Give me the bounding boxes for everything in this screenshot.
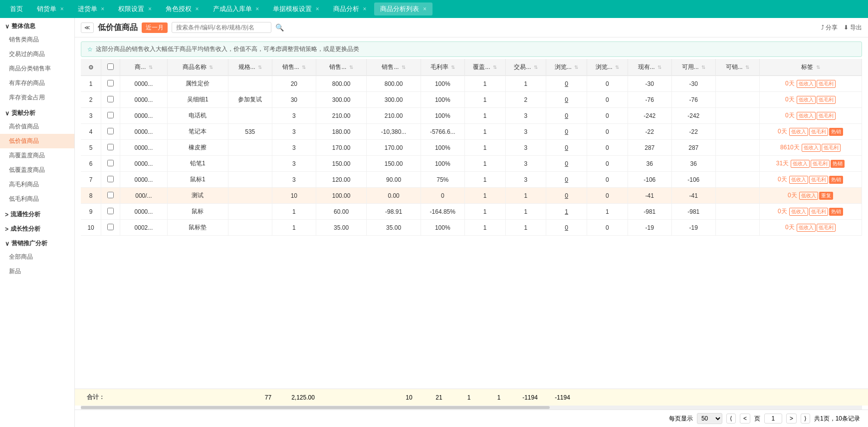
cell-checkbox[interactable]	[101, 124, 120, 140]
row-checkbox[interactable]	[107, 112, 114, 118]
collapse-sidebar-btn[interactable]: ≪	[81, 22, 94, 33]
col-code[interactable]: 商... ⇅	[120, 59, 168, 76]
col-available[interactable]: 可用... ⇅	[671, 59, 715, 76]
col-sales-amount[interactable]: 销售... ⇅	[316, 59, 367, 76]
export-btn[interactable]: ⬇ 导出	[844, 23, 862, 32]
col-trade[interactable]: 交易... ⇅	[505, 59, 546, 76]
cell-browse1[interactable]: 0	[546, 172, 587, 188]
sidebar-item-new-products[interactable]: 新品	[0, 264, 74, 279]
col-sales-qty[interactable]: 销售... ⇅	[272, 59, 316, 76]
browse-link[interactable]: 0	[565, 144, 568, 151]
col-browse2[interactable]: 浏览... ⇅	[587, 59, 628, 76]
select-all-checkbox[interactable]	[107, 63, 114, 70]
nav-product-in[interactable]: 产成品入库单 ×	[207, 2, 265, 15]
browse-link[interactable]: 0	[565, 176, 568, 183]
col-sellable[interactable]: 可销... ⇅	[715, 59, 759, 76]
sidebar-item-low-value[interactable]: 低价值商品	[0, 134, 74, 148]
sidebar-item-low-coverage[interactable]: 低覆盖度商品	[0, 163, 74, 177]
col-tag[interactable]: 标签 ⇅	[759, 59, 862, 76]
cell-checkbox[interactable]	[101, 108, 120, 124]
total-trade: 21	[424, 394, 454, 401]
nav-home[interactable]: 首页	[4, 2, 29, 15]
page-number-input[interactable]	[764, 414, 782, 424]
row-checkbox[interactable]	[107, 144, 114, 150]
cell-browse1[interactable]: 1	[546, 204, 587, 220]
row-checkbox[interactable]	[107, 128, 114, 134]
page-size-select[interactable]: 50 100 200	[697, 413, 722, 424]
search-input[interactable]	[172, 22, 271, 33]
browse-link[interactable]: 0	[565, 96, 568, 103]
row-checkbox[interactable]	[107, 96, 114, 102]
cell-checkbox[interactable]	[101, 76, 120, 92]
browse-link[interactable]: 1	[565, 208, 568, 215]
browse-link[interactable]: 0	[565, 160, 568, 167]
nav-permission[interactable]: 权限设置 ×	[112, 2, 158, 15]
col-checkbox[interactable]	[101, 59, 120, 76]
browse-link[interactable]: 0	[565, 128, 568, 135]
last-page-btn[interactable]: ⟩	[801, 414, 810, 424]
col-browse1[interactable]: 浏览... ⇅	[546, 59, 587, 76]
sidebar-group-marketing[interactable]: ∨ 营销推广分析	[0, 235, 74, 250]
cell-checkbox[interactable]	[101, 156, 120, 172]
cell-checkbox[interactable]	[101, 204, 120, 220]
sidebar-item-high-value[interactable]: 高价值商品	[0, 119, 74, 134]
sidebar-item-category-rate[interactable]: 商品分类销售率	[0, 61, 74, 76]
row-checkbox[interactable]	[107, 192, 114, 198]
browse-link[interactable]: 0	[565, 112, 568, 119]
sidebar-item-traded-products[interactable]: 交易过的商品	[0, 47, 74, 61]
cell-browse1[interactable]: 0	[546, 108, 587, 124]
cell-browse1[interactable]: 0	[546, 140, 587, 156]
col-spec[interactable]: 规格... ⇅	[228, 59, 272, 76]
nav-role[interactable]: 角色授权 ×	[160, 2, 205, 15]
cell-checkbox[interactable]	[101, 92, 120, 108]
share-btn[interactable]: ⤴ 分享	[821, 23, 838, 32]
search-icon[interactable]: 🔍	[275, 23, 284, 31]
cell-checkbox[interactable]	[101, 188, 120, 204]
cell-browse1[interactable]: 0	[546, 92, 587, 108]
sidebar-item-high-margin[interactable]: 高毛利商品	[0, 177, 74, 192]
row-checkbox[interactable]	[107, 160, 114, 166]
time-filter-btn[interactable]: 近一月	[142, 22, 168, 33]
sidebar-group-contribution[interactable]: ∨ 贡献分析	[0, 105, 74, 119]
info-banner: ☆ 这部分商品的销售收入大幅低于商品平均销售收入，价值不高，可考虑调整营销策略，…	[81, 41, 862, 57]
col-current[interactable]: 现有... ⇅	[628, 59, 671, 76]
sidebar-item-high-coverage[interactable]: 高覆盖度商品	[0, 148, 74, 163]
row-checkbox[interactable]	[107, 224, 114, 230]
col-cover[interactable]: 覆盖... ⇅	[464, 59, 505, 76]
cell-checkbox[interactable]	[101, 172, 120, 188]
cell-browse1[interactable]: 0	[546, 188, 587, 204]
sidebar-item-sales-products[interactable]: 销售类商品	[0, 32, 74, 47]
nav-template[interactable]: 单据模板设置 ×	[267, 2, 325, 15]
nav-purchase[interactable]: 进货单 ×	[72, 2, 111, 15]
sidebar-item-low-margin[interactable]: 低毛利商品	[0, 192, 74, 206]
row-checkbox[interactable]	[107, 80, 114, 86]
browse-link[interactable]: 0	[565, 192, 568, 199]
first-page-btn[interactable]: ⟨	[726, 414, 736, 424]
col-settings[interactable]: ⚙	[81, 59, 101, 76]
sidebar-item-all-products[interactable]: 全部商品	[0, 250, 74, 264]
browse-link[interactable]: 0	[565, 80, 568, 87]
cell-checkbox[interactable]	[101, 220, 120, 236]
prev-page-btn[interactable]: <	[740, 414, 750, 424]
row-checkbox[interactable]	[107, 176, 114, 182]
cell-browse1[interactable]: 0	[546, 156, 587, 172]
nav-analysis-list[interactable]: 商品分析列表 ×	[374, 2, 433, 15]
nav-sales[interactable]: 销货单 ×	[31, 2, 70, 15]
col-sales-avg[interactable]: 销售... ⇅	[367, 59, 421, 76]
col-name[interactable]: 商品名称 ⇅	[167, 59, 228, 76]
sidebar-group-growth[interactable]: > 成长性分析	[0, 221, 74, 235]
sidebar-group-circulation[interactable]: > 流通性分析	[0, 206, 74, 221]
sidebar-group-overall[interactable]: ∨ 整体信息	[0, 18, 74, 32]
browse-link[interactable]: 0	[565, 224, 568, 231]
col-gross-rate[interactable]: 毛利率 ⇅	[421, 59, 464, 76]
sidebar-item-stock-products[interactable]: 有库存的商品	[0, 76, 74, 90]
next-page-btn[interactable]: >	[786, 414, 797, 424]
sidebar-item-stock-capital[interactable]: 库存资金占用	[0, 90, 74, 105]
row-checkbox[interactable]	[107, 208, 114, 214]
cell-browse1[interactable]: 0	[546, 220, 587, 236]
cell-checkbox[interactable]	[101, 140, 120, 156]
cell-browse1[interactable]: 0	[546, 76, 587, 92]
nav-analysis[interactable]: 商品分析 ×	[327, 2, 373, 15]
share-icon: ⤴	[821, 24, 824, 31]
cell-browse1[interactable]: 0	[546, 124, 587, 140]
